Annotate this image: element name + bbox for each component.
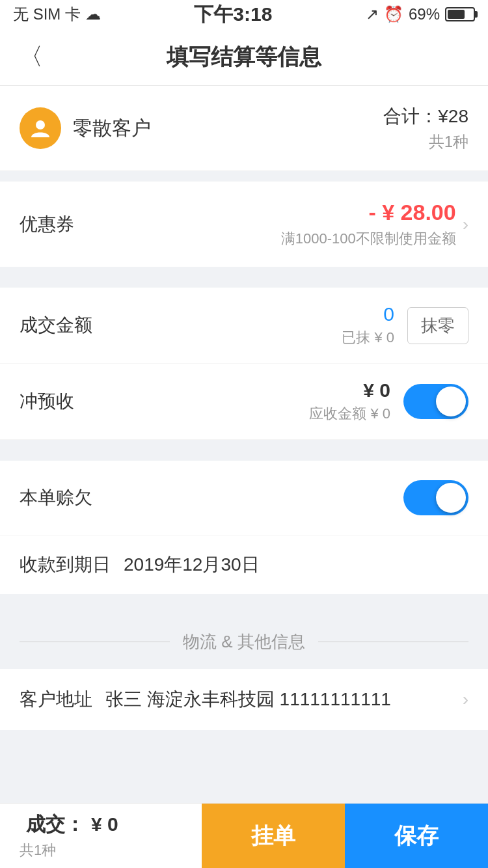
customer-summary: 合计：¥28 共1种 [383, 104, 468, 152]
save-button[interactable]: 保存 [345, 804, 488, 869]
prepayment-row: 冲预收 ¥ 0 应收金额 ¥ 0 [0, 364, 488, 440]
transaction-section: 成交金额 0 已抹 ¥ 0 抹零 冲预收 ¥ 0 应收金额 ¥ 0 [0, 288, 488, 440]
alarm-icon: ⏰ [384, 5, 403, 23]
due-date-label: 收款到期日 [20, 552, 111, 577]
divider-4 [0, 740, 488, 751]
customer-section: 零散客户 合计：¥28 共1种 [0, 86, 488, 171]
address-label: 客户地址 [20, 687, 92, 712]
customer-left: 零散客户 [20, 107, 151, 149]
prepayment-sub: 应收金额 ¥ 0 [309, 404, 390, 424]
location-icon: ↗ [366, 5, 379, 23]
prepayment-value: ¥ 0 [309, 379, 390, 401]
address-section[interactable]: 客户地址 张三 海淀永丰科技园 11111111111 › [0, 669, 488, 730]
coupon-amount: - ¥ 28.00 [281, 200, 456, 225]
transaction-value-block: 0 已抹 ¥ 0 [342, 303, 394, 347]
address-row[interactable]: 客户地址 张三 海淀永丰科技园 11111111111 › [0, 669, 488, 730]
hold-button[interactable]: 挂单 [202, 804, 345, 869]
coupon-label: 优惠券 [20, 212, 74, 237]
credit-label: 本单赊欠 [20, 485, 92, 510]
bottom-count: 共1种 [20, 841, 182, 860]
bottom-deal-line: 成交：¥ 0 [20, 811, 182, 838]
divider-1 [0, 277, 488, 288]
divider-3 [0, 604, 488, 615]
customer-row: 零散客户 合计：¥28 共1种 [0, 86, 488, 171]
bottom-info: 成交：¥ 0 共1种 [0, 811, 202, 860]
coupon-row[interactable]: 优惠券 - ¥ 28.00 满1000-100不限制使用金额 › [0, 182, 488, 267]
deal-label: 成交： [26, 813, 85, 835]
back-button[interactable]: 〈 [20, 41, 43, 73]
page-title: 填写结算等信息 [167, 42, 321, 72]
status-right: ↗ ⏰ 69% [366, 5, 475, 23]
due-date-value: 2019年12月30日 [124, 552, 260, 577]
battery-percent: 69% [409, 5, 440, 23]
transaction-label: 成交金额 [20, 313, 92, 338]
round-button[interactable]: 抹零 [407, 307, 468, 344]
credit-toggle[interactable] [403, 480, 468, 515]
prepayment-value-block: ¥ 0 应收金额 ¥ 0 [309, 379, 390, 424]
customer-name: 零散客户 [73, 115, 151, 142]
svg-point-0 [36, 120, 45, 129]
logistics-label: 物流 & 其他信息 [183, 631, 305, 653]
prepayment-label: 冲预收 [20, 389, 74, 414]
toggle-knob [436, 387, 466, 416]
prepayment-toggle[interactable] [403, 384, 468, 419]
logistics-line-right [318, 642, 468, 642]
customer-count: 共1种 [383, 131, 468, 152]
nav-bar: 〈 填写结算等信息 [0, 29, 488, 86]
prepayment-right: ¥ 0 应收金额 ¥ 0 [309, 379, 468, 424]
divider-2 [0, 450, 488, 461]
coupon-section[interactable]: 优惠券 - ¥ 28.00 满1000-100不限制使用金额 › [0, 182, 488, 267]
due-date-row: 收款到期日 2019年12月30日 [0, 535, 488, 594]
customer-total: 合计：¥28 [383, 104, 468, 129]
address-arrow-icon: › [463, 689, 468, 710]
transaction-row: 成交金额 0 已抹 ¥ 0 抹零 [0, 288, 488, 364]
status-bar: 无 SIM 卡 ☁ 下午3:18 ↗ ⏰ 69% [0, 0, 488, 29]
logistics-line-left [20, 642, 170, 642]
deal-value: ¥ 0 [91, 813, 118, 835]
status-time: 下午3:18 [194, 1, 272, 28]
transaction-value: 0 [342, 303, 394, 325]
coupon-right: - ¥ 28.00 满1000-100不限制使用金额 [281, 200, 456, 249]
coupon-arrow-icon: › [463, 214, 468, 235]
transaction-right: 0 已抹 ¥ 0 抹零 [342, 303, 468, 347]
content-area: 零散客户 合计：¥28 共1种 优惠券 - ¥ 28.00 满1000-100不… [0, 86, 488, 829]
credit-row: 本单赊欠 [0, 461, 488, 535]
credit-toggle-knob [436, 483, 466, 513]
already-rounded: 已抹 ¥ 0 [342, 328, 394, 347]
logistics-header: 物流 & 其他信息 [0, 615, 488, 669]
coupon-desc: 满1000-100不限制使用金额 [281, 229, 456, 249]
address-value: 张三 海淀永丰科技园 11111111111 [105, 687, 450, 712]
sim-label: 无 SIM 卡 ☁ [13, 4, 101, 25]
battery-icon [445, 7, 475, 21]
credit-section: 本单赊欠 收款到期日 2019年12月30日 [0, 461, 488, 594]
status-left: 无 SIM 卡 ☁ [13, 4, 101, 25]
bottom-bar: 成交：¥ 0 共1种 挂单 保存 [0, 803, 488, 868]
customer-avatar [20, 107, 61, 149]
